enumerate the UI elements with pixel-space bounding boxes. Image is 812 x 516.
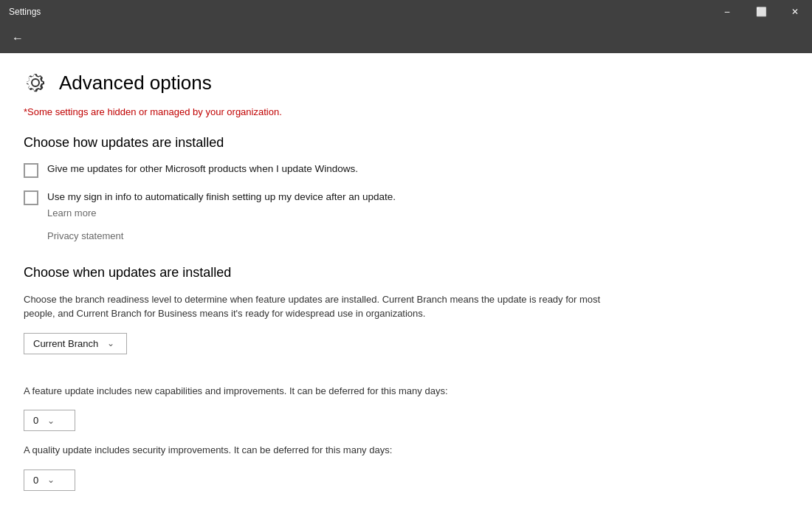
- checkbox-item-sign-in: Use my sign in info to automatically fin…: [24, 190, 788, 219]
- org-warning: *Some settings are hidden or managed by …: [24, 106, 788, 117]
- title-bar: Settings – ⬜ ✕: [0, 0, 812, 24]
- privacy-statement-link[interactable]: Privacy statement: [47, 230, 788, 241]
- checkbox-sign-in[interactable]: [24, 190, 38, 205]
- window-title: Settings: [9, 7, 41, 17]
- restore-button[interactable]: ⬜: [744, 0, 778, 24]
- minimize-button[interactable]: –: [710, 0, 744, 24]
- quality-update-days-value: 0: [33, 475, 38, 486]
- feature-update-days-value: 0: [33, 415, 38, 426]
- feature-update-text: A feature update includes new capabiliti…: [24, 384, 614, 399]
- section-when-updates: Choose when updates are installed Choose…: [24, 265, 788, 491]
- branch-description: Choose the branch readiness level to det…: [24, 292, 614, 321]
- feature-days-arrow: ⌄: [47, 416, 55, 426]
- quality-update-days-dropdown[interactable]: 0 ⌄: [24, 469, 75, 491]
- section-how-updates: Choose how updates are installed Give me…: [24, 135, 788, 241]
- feature-update-days-dropdown[interactable]: 0 ⌄: [24, 410, 75, 431]
- page-header: Advanced options: [24, 71, 788, 94]
- window-controls: – ⬜ ✕: [710, 0, 812, 24]
- section2-title: Choose when updates are installed: [24, 265, 788, 281]
- page-title: Advanced options: [59, 72, 212, 94]
- branch-dropdown-arrow: ⌄: [107, 338, 114, 348]
- learn-more-link[interactable]: Learn more: [47, 207, 396, 219]
- checkbox-sign-in-label: Use my sign in info to automatically fin…: [47, 191, 396, 202]
- branch-dropdown-value: Current Branch: [33, 338, 98, 349]
- back-button[interactable]: ←: [6, 27, 30, 50]
- cursor-area: [24, 369, 788, 375]
- checkbox-microsoft-products-label: Give me updates for other Microsoft prod…: [47, 162, 358, 176]
- checkbox-sign-in-content: Use my sign in info to automatically fin…: [47, 190, 396, 219]
- section1-title: Choose how updates are installed: [24, 135, 788, 151]
- nav-bar: ←: [0, 24, 812, 53]
- quality-update-text: A quality update includes security impro…: [24, 443, 614, 458]
- checkbox-item-microsoft-products: Give me updates for other Microsoft prod…: [24, 162, 788, 178]
- close-button[interactable]: ✕: [778, 0, 812, 24]
- main-content: Advanced options *Some settings are hidd…: [0, 53, 812, 516]
- checkbox-microsoft-products[interactable]: [24, 163, 38, 178]
- gear-icon: [24, 71, 47, 94]
- branch-dropdown[interactable]: Current Branch ⌄: [24, 333, 127, 354]
- quality-days-arrow: ⌄: [47, 475, 55, 485]
